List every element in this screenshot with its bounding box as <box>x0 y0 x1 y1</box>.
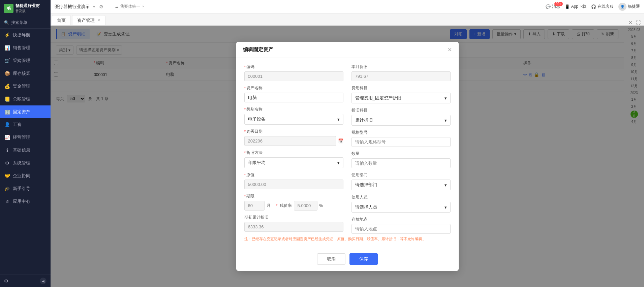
tab-minimize-icon[interactable]: ✕ <box>628 20 633 25</box>
department-dropdown-icon: ▾ <box>444 183 447 188</box>
search-label: 搜索菜单 <box>11 20 27 26</box>
sidebar-item-basic-info[interactable]: ℹ 基础信息 <box>0 144 51 157</box>
sidebar-item-purchase[interactable]: 🛒 采购管理 <box>0 54 51 67</box>
app-download-icon: 📱 <box>565 4 570 9</box>
category-select[interactable]: 电子设备 ▾ <box>244 114 343 125</box>
sidebar-item-app-center[interactable]: 🖥 应用中心 <box>0 195 51 208</box>
sidebar-search[interactable]: 🔍 搜索菜单 <box>0 17 51 29</box>
location-input[interactable] <box>351 224 451 234</box>
ledger-icon: 📒 <box>4 96 10 102</box>
operations-icon: 📈 <box>4 134 10 140</box>
app-edition: 普及版 <box>16 9 40 13</box>
form-group-asset-name: * 资产名称 <box>244 85 343 102</box>
topbar-right: 💬 消息 99+ 📱 App下载 🎧 在线客服 👤 畅捷通 <box>546 3 640 11</box>
sidebar-item-inventory[interactable]: 📦 库存核算 <box>0 67 51 80</box>
modal-overlay: 编辑固定资产 ✕ * 编码 <box>51 26 644 287</box>
app-download-button[interactable]: 📱 App下载 <box>565 4 586 9</box>
period-input[interactable] <box>244 201 265 211</box>
department-select[interactable]: 请选择部门 ▾ <box>351 180 451 190</box>
dialog-body: * 编码 * 资产名称 <box>236 58 459 246</box>
sidebar: 畅 畅捷通好业财 普及版 🔍 搜索菜单 ⚡ 快捷导航 📊 销售管理 🛒 采购管理… <box>0 0 51 287</box>
sidebar-item-operations[interactable]: 📈 经营管理 <box>0 131 51 144</box>
depreciation-account-value: 累计折旧 <box>355 117 373 123</box>
form-group-code: * 编码 <box>244 64 343 81</box>
dialog-title: 编辑固定资产 <box>243 46 273 53</box>
asset-name-input[interactable] <box>244 93 343 102</box>
cloud-icon: ☁ <box>115 4 119 9</box>
location-label: 存放地点 <box>351 217 451 222</box>
category-label: * 类别名称 <box>244 106 343 112</box>
ledger-label: 总账管理 <box>13 96 30 102</box>
tab-asset-management[interactable]: 资产管理 ✕ <box>72 15 105 25</box>
spec-label: 规格型号 <box>351 130 451 135</box>
form-grid: * 编码 * 资产名称 <box>244 64 451 234</box>
code-label: * 编码 <box>244 64 343 70</box>
form-group-category: * 类别名称 电子设备 ▾ <box>244 106 343 125</box>
message-button[interactable]: 💬 消息 99+ <box>546 4 560 9</box>
purchase-icon: 🛒 <box>4 58 10 64</box>
sidebar-item-funds[interactable]: 💰 资金管理 <box>0 80 51 93</box>
depreciation-account-select[interactable]: 累计折旧 ▾ <box>351 115 451 126</box>
code-input[interactable] <box>244 71 343 81</box>
sidebar-header: 畅 畅捷通好业财 普及版 <box>0 0 51 17</box>
asset-name-required: * <box>244 86 246 91</box>
tab-close-icon[interactable]: ✕ <box>97 18 100 23</box>
calendar-icon[interactable]: 📅 <box>338 138 343 144</box>
topbar-settings-icon[interactable]: ⚙ <box>99 4 103 9</box>
app-center-label: 应用中心 <box>13 198 30 204</box>
department-label: 使用部门 <box>351 172 451 178</box>
sidebar-item-quick-nav[interactable]: ⚡ 快捷导航 <box>0 29 51 41</box>
collaboration-label: 企业协同 <box>13 173 30 179</box>
sidebar-item-sales[interactable]: 📊 销售管理 <box>0 41 51 54</box>
topbar-divider <box>109 3 109 10</box>
sidebar-item-ledger[interactable]: 📒 总账管理 <box>0 93 51 105</box>
tab-expand-icon[interactable]: ⛶ <box>636 20 641 25</box>
depreciation-account-label: 折旧科目 <box>351 107 451 113</box>
sidebar-collapse-btn[interactable]: ◀ <box>40 278 47 284</box>
quick-nav-label: 快捷导航 <box>13 32 30 38</box>
initial-depreciation-input[interactable] <box>244 222 343 232</box>
depreciation-method-label: * 折旧方法 <box>244 150 343 156</box>
app-title-block: 畅捷通好业财 普及版 <box>16 3 40 13</box>
monthly-depreciation-label: 本月折旧 <box>351 64 451 70</box>
settings-bottom-icon[interactable]: ⚙ <box>4 278 8 284</box>
original-value-required: * <box>244 173 246 178</box>
sidebar-item-system[interactable]: ⚙ 系统管理 <box>0 157 51 169</box>
sidebar-item-fixed-assets[interactable]: 🏢 固定资产 <box>0 105 51 118</box>
original-value-input[interactable] <box>244 180 343 189</box>
spec-input[interactable] <box>351 137 451 147</box>
quantity-input[interactable] <box>351 158 451 168</box>
message-icon: 💬 <box>546 4 551 9</box>
topbar-dropdown-icon[interactable]: ▾ <box>93 4 95 9</box>
basic-info-label: 基础信息 <box>13 147 30 153</box>
user-menu[interactable]: 👤 畅捷通 <box>618 3 640 11</box>
form-group-expense-account: 费用科目 管理费用_固定资产折旧 ▾ <box>351 85 451 103</box>
expense-account-value: 管理费用_固定资产折旧 <box>355 95 401 101</box>
search-icon: 🔍 <box>4 20 9 25</box>
system-label: 系统管理 <box>13 160 30 166</box>
tab-home-label: 首页 <box>57 18 66 24</box>
user-label: 使用人员 <box>351 194 451 200</box>
sidebar-item-guide[interactable]: 🎓 新手引导 <box>0 182 51 195</box>
topbar-try-button[interactable]: ☁ 我要体验一下 <box>115 4 144 9</box>
dialog-footer: 取消 保存 <box>236 249 459 271</box>
depreciation-method-select[interactable]: 年限平均 ▾ <box>244 157 343 168</box>
residual-rate-input[interactable] <box>294 201 317 211</box>
purchase-date-input[interactable] <box>244 136 336 146</box>
guide-label: 新手引导 <box>13 186 30 192</box>
residual-rate-unit: % <box>319 203 323 208</box>
tab-right-icons: ✕ ⛶ <box>628 20 644 25</box>
expense-account-select[interactable]: 管理费用_固定资产折旧 ▾ <box>351 93 451 103</box>
save-button[interactable]: 保存 <box>349 253 378 265</box>
edit-dialog: 编辑固定资产 ✕ * 编码 <box>236 42 459 271</box>
dialog-close-button[interactable]: ✕ <box>448 46 452 53</box>
user-select[interactable]: 请选择人员 ▾ <box>351 202 451 213</box>
monthly-depreciation-input <box>351 71 451 81</box>
service-button[interactable]: 🎧 在线客服 <box>591 4 614 9</box>
cancel-button[interactable]: 取消 <box>317 253 345 265</box>
sidebar-item-payroll[interactable]: 👤 工资 <box>0 118 51 131</box>
period-row: 月 * 残值率 % <box>244 201 343 211</box>
tab-home[interactable]: 首页 <box>52 15 71 25</box>
sidebar-item-collaboration[interactable]: 🤝 企业协同 <box>0 169 51 182</box>
form-group-original-value: * 原值 <box>244 172 343 189</box>
